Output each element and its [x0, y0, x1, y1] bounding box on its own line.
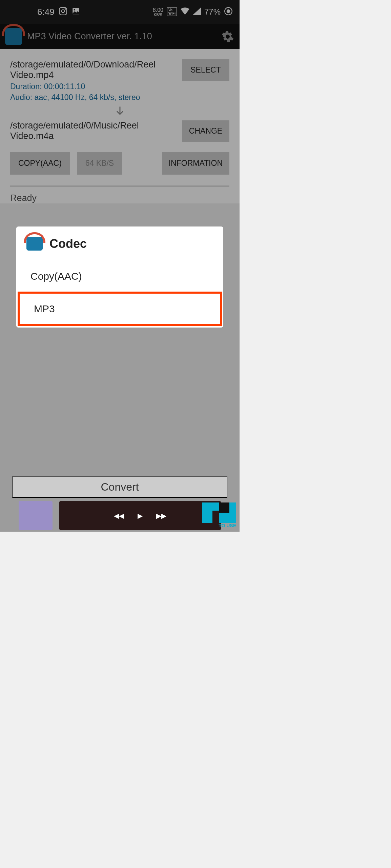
watermark: TO USE	[202, 502, 236, 528]
convert-button[interactable]: Convert	[12, 476, 227, 498]
watermark-logo-j	[219, 502, 236, 523]
watermark-text: TO USE	[219, 523, 236, 528]
watermark-logo-g	[202, 502, 219, 523]
codec-dialog: Codec Copy(AAC) MP3	[16, 226, 223, 328]
forward-icon[interactable]: ▶▶	[156, 512, 166, 520]
play-icon[interactable]: ▶	[138, 512, 143, 520]
codec-option-mp3[interactable]: MP3	[18, 292, 222, 326]
dialog-title: Codec	[49, 237, 87, 251]
dialog-app-icon	[26, 237, 43, 251]
codec-option-copy-aac[interactable]: Copy(AAC)	[16, 261, 223, 292]
preview-thumbnail[interactable]	[19, 501, 53, 530]
preview-video-player[interactable]: ◀◀ ▶ ▶▶	[59, 501, 221, 530]
rewind-icon[interactable]: ◀◀	[114, 512, 124, 520]
